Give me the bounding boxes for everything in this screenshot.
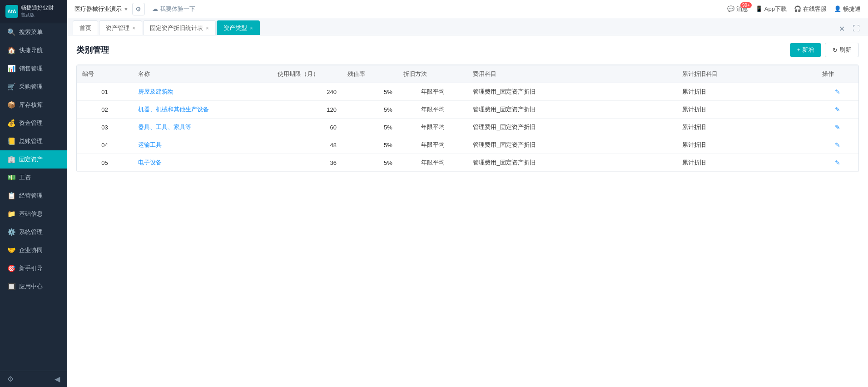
sidebar-icon-fixed: 🏢 <box>7 155 15 164</box>
tab-home[interactable]: 首页 <box>73 20 98 35</box>
user-item[interactable]: 👤 畅捷通 <box>834 5 861 13</box>
edit-button-2[interactable]: ✎ <box>835 124 840 131</box>
cell-accum-4: 累计折旧 <box>677 154 816 172</box>
collapse-icon[interactable]: ◀ <box>55 375 60 383</box>
name-link-1[interactable]: 机器、机械和其他生产设备 <box>138 106 209 113</box>
experience-button[interactable]: ☁ 我要体验一下 <box>152 5 195 13</box>
sidebar-label-enterprise: 企业协同 <box>19 246 43 254</box>
category-table: 编号 名称 使用期限（月） 残值率 折旧方法 费用科目 累计折旧科目 操作 01… <box>77 65 858 172</box>
edit-button-4[interactable]: ✎ <box>835 159 840 166</box>
th-name: 名称 <box>133 65 272 83</box>
sidebar-label-purchase: 采购管理 <box>19 83 43 91</box>
cell-period-4: 36 <box>272 154 342 172</box>
tab-expand-btn[interactable]: ⛶ <box>850 22 863 35</box>
cell-name-0: 房屋及建筑物 <box>133 83 272 101</box>
project-selector[interactable]: 医疗器械行业演示 ▼ <box>74 5 129 13</box>
tab-fixed-table[interactable]: 固定资产折旧统计表 × <box>143 20 216 35</box>
sidebar-icon-system: ⚙️ <box>7 228 15 236</box>
tabs-controls: ✕ ⛶ <box>835 22 863 35</box>
tabs-bar: 首页 资产管理 × 固定资产折旧统计表 × 资产类型 × ✕ ⛶ <box>67 18 868 35</box>
sidebar-icon-capital: 💰 <box>7 119 15 127</box>
service-icon: 🎧 <box>794 5 801 12</box>
new-button[interactable]: + 新增 <box>790 43 821 57</box>
sidebar-icon-salary: 💵 <box>7 174 15 182</box>
refresh-button[interactable]: ↻ 刷新 <box>825 43 859 57</box>
sidebar: AtA 畅捷通好业财 普及版 🔍 搜索菜单 🏠 快捷导航 📊 销售管理 🛒 采购… <box>0 0 67 387</box>
name-link-4[interactable]: 电子设备 <box>138 159 162 166</box>
online-service-item[interactable]: 🎧 在线客服 <box>794 5 827 13</box>
sidebar-item-appstore[interactable]: 🔲 应用中心 <box>0 278 67 296</box>
settings-button[interactable]: ⚙ <box>132 3 145 15</box>
sidebar-item-enterprise[interactable]: 🤝 企业协同 <box>0 241 67 259</box>
sidebar-item-basic[interactable]: 📁 基础信息 <box>0 205 67 223</box>
sidebar-item-quicknav[interactable]: 🏠 快捷导航 <box>0 41 67 60</box>
cell-expense-4: 管理费用_固定资产折旧 <box>467 154 677 172</box>
sidebar-icon-inventory: 📦 <box>7 101 15 109</box>
sidebar-label-salary: 工资 <box>19 174 31 182</box>
refresh-label: 刷新 <box>839 46 851 54</box>
cell-expense-2: 管理费用_固定资产折旧 <box>467 119 677 136</box>
tab-fixed-table-label: 固定资产折旧统计表 <box>150 24 203 32</box>
sidebar-label-sales: 销售管理 <box>19 64 43 73</box>
download-label: App下载 <box>764 5 787 13</box>
sidebar-item-inventory[interactable]: 📦 库存核算 <box>0 96 67 114</box>
sidebar-item-newguide[interactable]: 🎯 新手引导 <box>0 259 67 278</box>
sidebar-label-quicknav: 快捷导航 <box>19 46 43 55</box>
notification-item[interactable]: 💬 消息 99 <box>727 5 748 13</box>
edit-button-3[interactable]: ✎ <box>835 141 840 149</box>
service-label: 在线客服 <box>803 5 827 13</box>
sidebar-label-operation: 经营管理 <box>19 192 43 200</box>
cell-rate-4: 5% <box>342 154 398 172</box>
sidebar-label-newguide: 新手引导 <box>19 264 43 273</box>
experience-text: 我要体验一下 <box>160 5 195 13</box>
sidebar-item-operation[interactable]: 📋 经营管理 <box>0 187 67 205</box>
sidebar-label-fixed: 固定资产 <box>19 155 43 164</box>
sidebar-icon-appstore: 🔲 <box>7 283 15 291</box>
logo-text-block: 畅捷通好业财 普及版 <box>21 5 54 18</box>
tab-asset-mgmt[interactable]: 资产管理 × <box>99 20 142 35</box>
dropdown-icon: ▼ <box>124 6 129 12</box>
name-link-3[interactable]: 运输工具 <box>138 141 162 148</box>
table-head: 编号 名称 使用期限（月） 残值率 折旧方法 费用科目 累计折旧科目 操作 <box>77 65 858 83</box>
cell-accum-1: 累计折旧 <box>677 101 816 119</box>
cell-expense-0: 管理费用_固定资产折旧 <box>467 83 677 101</box>
name-link-2[interactable]: 器具、工具、家具等 <box>138 124 191 130</box>
tab-close-btn[interactable]: ✕ <box>835 22 848 35</box>
sidebar-item-ledger[interactable]: 📒 总账管理 <box>0 132 67 150</box>
edit-button-1[interactable]: ✎ <box>835 106 840 113</box>
sidebar-label-search: 搜索菜单 <box>19 28 43 36</box>
edit-button-0[interactable]: ✎ <box>835 88 840 95</box>
sidebar-item-search[interactable]: 🔍 搜索菜单 <box>0 23 67 41</box>
username: 畅捷通 <box>843 5 861 13</box>
cell-code-1: 02 <box>77 101 133 119</box>
app-download-item[interactable]: 📱 App下载 <box>755 5 787 13</box>
logo-icon: AtA <box>5 5 18 18</box>
tab-asset-type[interactable]: 资产类型 × <box>217 20 260 35</box>
table-header-row: 编号 名称 使用期限（月） 残值率 折旧方法 费用科目 累计折旧科目 操作 <box>77 65 858 83</box>
th-method: 折旧方法 <box>398 65 468 83</box>
tab-asset-mgmt-close[interactable]: × <box>132 25 135 31</box>
avatar-icon: 👤 <box>834 5 841 12</box>
page-title: 类别管理 <box>76 45 109 55</box>
table-wrapper: 编号 名称 使用期限（月） 残值率 折旧方法 费用科目 累计折旧科目 操作 01… <box>76 64 859 172</box>
table-row: 05 电子设备 36 5% 年限平均 管理费用_固定资产折旧 累计折旧 ✎ <box>77 154 858 172</box>
sidebar-item-sales[interactable]: 📊 销售管理 <box>0 60 67 78</box>
cell-expense-3: 管理费用_固定资产折旧 <box>467 136 677 154</box>
sidebar-item-purchase[interactable]: 🛒 采购管理 <box>0 78 67 96</box>
sidebar-item-fixed[interactable]: 🏢 固定资产 <box>0 150 67 169</box>
page-content: 类别管理 + 新增 ↻ 刷新 编号 名称 使用期限（月） 残值率 折旧方法 <box>67 35 868 387</box>
sidebar-logo[interactable]: AtA 畅捷通好业财 普及版 <box>0 0 67 23</box>
topbar: 医疗器械行业演示 ▼ ⚙ ☁ 我要体验一下 💬 消息 99 📱 App下载 🎧 … <box>67 0 868 18</box>
sidebar-label-basic: 基础信息 <box>19 210 43 218</box>
sidebar-item-capital[interactable]: 💰 资金管理 <box>0 114 67 132</box>
cell-method-0: 年限平均 <box>398 83 468 101</box>
settings-icon[interactable]: ⚙ <box>7 375 14 383</box>
sidebar-item-salary[interactable]: 💵 工资 <box>0 169 67 187</box>
sidebar-item-system[interactable]: ⚙️ 系统管理 <box>0 223 67 241</box>
project-name: 医疗器械行业演示 <box>74 5 122 13</box>
name-link-0[interactable]: 房屋及建筑物 <box>138 88 174 95</box>
th-action: 操作 <box>817 65 858 83</box>
tab-asset-type-close[interactable]: × <box>250 25 253 31</box>
tab-asset-type-label: 资产类型 <box>223 24 247 32</box>
tab-fixed-table-close[interactable]: × <box>206 25 209 31</box>
